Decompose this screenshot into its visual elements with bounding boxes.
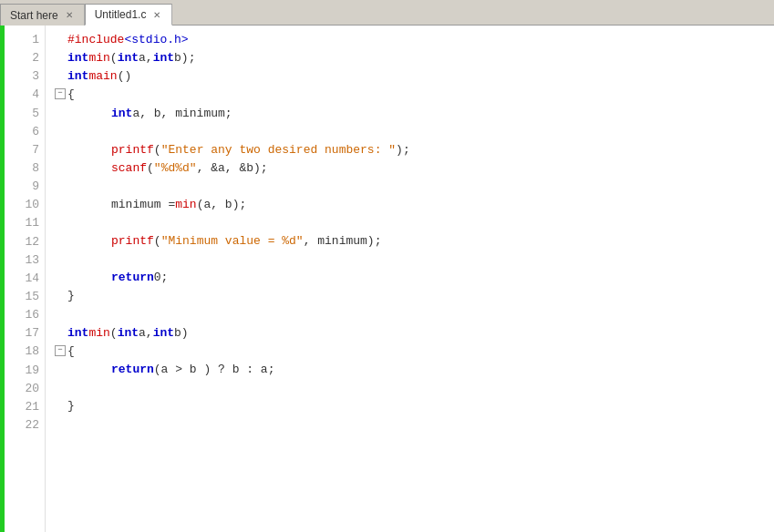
token: "Enter any two desired numbers: ": [161, 141, 396, 159]
line-number-5: 5: [5, 105, 39, 123]
code-line-13: [55, 251, 765, 269]
collapse-btn-4[interactable]: −: [55, 88, 66, 99]
token: , minimum);: [304, 232, 382, 251]
token: return: [111, 361, 154, 379]
tab-start-here[interactable]: Start here ✕: [0, 4, 85, 26]
line-number-19: 19: [5, 362, 39, 380]
line-number-13: 13: [5, 251, 39, 270]
code-line-12: printf("Minimum value = %d", minimum);: [55, 232, 765, 251]
line-number-12: 12: [5, 233, 39, 251]
token: b);: [174, 49, 195, 67]
code-line-21: }: [55, 397, 765, 415]
token: min: [88, 49, 109, 67]
token: (: [110, 324, 118, 343]
line-number-8: 8: [5, 159, 39, 178]
tab-untitled1c-label: Untitled1.c: [95, 8, 147, 21]
code-line-19: return (a > b ) ? b : a;: [55, 361, 765, 379]
line-number-10: 10: [5, 196, 39, 214]
token: printf: [111, 141, 154, 159]
token: min: [175, 196, 196, 214]
token: int: [67, 67, 88, 86]
token: a,: [139, 49, 153, 67]
tab-untitled1c-close[interactable]: ✕: [151, 9, 162, 21]
token: (: [154, 141, 161, 159]
line-number-4: 4: [5, 86, 39, 104]
code-line-17: int min(int a, int b): [55, 324, 765, 343]
line-number-15: 15: [5, 288, 39, 306]
token: }: [67, 397, 75, 415]
token: return: [111, 269, 154, 287]
token: (): [118, 67, 132, 86]
code-area[interactable]: #include <stdio.h>int min(int a, int b);…: [46, 26, 774, 532]
code-line-7: printf("Enter any two desired numbers: "…: [55, 141, 765, 159]
line-numbers: 12345678910111213141516171819202122: [5, 26, 46, 532]
token: minimum =: [111, 196, 175, 214]
token: b): [174, 324, 189, 343]
token: }: [67, 287, 75, 305]
token: int: [153, 49, 174, 67]
line-number-14: 14: [5, 270, 39, 288]
token: main: [88, 67, 117, 86]
code-line-5: int a, b, minimum;: [55, 105, 765, 123]
line-number-2: 2: [5, 49, 39, 67]
token: int: [67, 49, 88, 67]
token: );: [396, 141, 410, 159]
token: int: [118, 49, 139, 67]
token: (: [154, 232, 161, 251]
code-line-18: −{: [55, 343, 765, 361]
code-line-9: [55, 178, 765, 196]
token: "Minimum value = %d": [161, 232, 304, 251]
line-number-11: 11: [5, 214, 39, 232]
token: {: [67, 86, 75, 104]
code-line-15: }: [55, 287, 765, 305]
line-number-3: 3: [5, 67, 39, 86]
token: printf: [111, 232, 154, 251]
token: 0;: [154, 269, 169, 287]
tab-bar: Start here ✕ Untitled1.c ✕: [0, 0, 774, 26]
code-line-16: [55, 306, 765, 324]
line-number-17: 17: [5, 324, 39, 343]
tab-start-here-close[interactable]: ✕: [64, 9, 75, 21]
line-number-7: 7: [5, 141, 39, 159]
token: (a, b);: [197, 196, 247, 214]
token: "%d%d": [154, 159, 197, 178]
token: int: [111, 105, 132, 123]
token: (: [147, 159, 154, 178]
token: #include: [67, 31, 124, 49]
editor: 12345678910111213141516171819202122 #inc…: [0, 26, 774, 532]
collapse-btn-18[interactable]: −: [55, 345, 66, 356]
token: int: [67, 324, 88, 343]
code-line-11: [55, 214, 765, 232]
token: int: [118, 324, 139, 343]
code-line-22: [55, 415, 765, 434]
line-number-1: 1: [5, 31, 39, 49]
token: scanf: [111, 159, 147, 178]
token: (: [110, 49, 118, 67]
code-line-8: scanf("%d%d", &a, &b);: [55, 159, 765, 178]
token: min: [88, 324, 109, 343]
token: a, b, minimum;: [132, 105, 232, 123]
token: (a > b ) ? b : a;: [154, 361, 275, 379]
code-line-1: #include <stdio.h>: [55, 31, 765, 49]
code-line-2: int min(int a, int b);: [55, 49, 765, 67]
code-line-14: return 0;: [55, 269, 765, 287]
token: <stdio.h>: [124, 31, 188, 49]
code-line-6: [55, 123, 765, 141]
line-number-6: 6: [5, 123, 39, 141]
line-number-22: 22: [5, 416, 39, 435]
code-line-10: minimum = min(a, b);: [55, 196, 765, 214]
token: , &a, &b);: [197, 159, 268, 178]
line-number-16: 16: [5, 306, 39, 324]
code-line-3: int main(): [55, 67, 765, 86]
code-line-4: −{: [55, 86, 765, 104]
line-number-9: 9: [5, 178, 39, 196]
code-line-20: [55, 379, 765, 397]
tab-start-here-label: Start here: [10, 9, 58, 22]
tab-untitled1c[interactable]: Untitled1.c ✕: [85, 4, 173, 26]
line-number-18: 18: [5, 343, 39, 361]
token: int: [153, 324, 174, 343]
token: {: [67, 343, 75, 361]
line-number-20: 20: [5, 380, 39, 398]
token: a,: [139, 324, 153, 343]
line-number-21: 21: [5, 398, 39, 416]
